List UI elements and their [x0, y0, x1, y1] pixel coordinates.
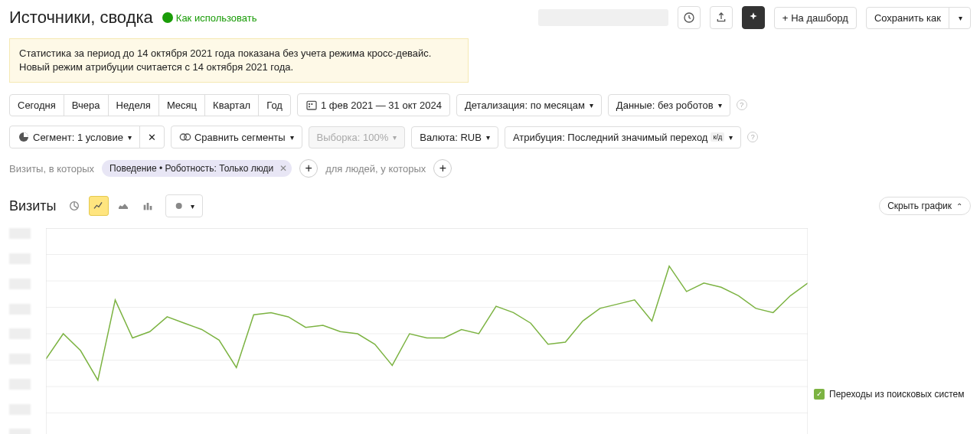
svg-rect-22 [46, 228, 808, 434]
period-week[interactable]: Неделя [108, 94, 159, 116]
period-year[interactable]: Год [258, 94, 291, 116]
add-visit-condition-button[interactable]: + [299, 159, 318, 178]
date-range-button[interactable]: 1 фев 2021 — 31 окт 2024 [297, 93, 450, 116]
svg-rect-3 [311, 103, 312, 105]
legend[interactable]: ✓ Переходы из поисковых систем [814, 228, 964, 434]
svg-rect-4 [309, 106, 310, 108]
help-icon[interactable]: ? [747, 132, 758, 142]
period-month[interactable]: Месяц [158, 94, 205, 116]
svg-rect-9 [143, 205, 145, 210]
page-title: Источники, сводка [9, 8, 153, 28]
data-mode-button[interactable]: Данные: без роботов▾ [608, 94, 730, 116]
compare-button[interactable]: Сравнить сегменты▾ [171, 126, 302, 148]
segment-people-label: для людей, у которых [325, 163, 426, 175]
segment-chip[interactable]: Поведение • Роботность: Только люди✕ [102, 160, 292, 177]
pie-chart-icon[interactable] [64, 196, 84, 216]
segment-button[interactable]: Сегмент: 1 условие▾ [9, 126, 140, 148]
sampling-button: Выборка: 100%▾ [309, 126, 406, 148]
bar-chart-icon[interactable] [138, 196, 158, 216]
help-icon[interactable]: ? [737, 100, 747, 110]
period-group: Сегодня Вчера Неделя Месяц Квартал Год [9, 94, 291, 116]
svg-point-12 [175, 203, 181, 209]
svg-rect-2 [309, 103, 310, 105]
segment-visits-label: Визиты, в которых [9, 163, 94, 175]
svg-rect-11 [149, 206, 152, 210]
add-people-condition-button[interactable]: + [433, 159, 452, 178]
help-link[interactable]: Как использовать [162, 12, 257, 24]
save-as-dropdown[interactable]: ▾ [949, 7, 971, 29]
currency-button[interactable]: Валюта: RUB▾ [411, 126, 498, 148]
svg-rect-1 [307, 102, 316, 110]
attribution-button[interactable]: Атрибуция: Последний значимый переход к/… [505, 126, 741, 148]
share-icon[interactable] [710, 6, 733, 29]
legend-label: Переходы из поисковых систем [829, 389, 964, 400]
chart-options-button[interactable]: ▾ [165, 194, 203, 217]
area-chart-icon[interactable] [113, 196, 133, 216]
save-as-button[interactable]: Сохранить как [866, 7, 949, 29]
ai-icon[interactable] [742, 6, 765, 29]
svg-rect-10 [146, 203, 149, 210]
y-axis [9, 228, 40, 434]
clock-icon[interactable] [678, 6, 701, 29]
svg-point-7 [185, 134, 191, 140]
notice-banner: Статистика за период до 14 октября 2021 … [9, 38, 469, 83]
add-dashboard-button[interactable]: +На дашборд [774, 7, 857, 29]
detail-button[interactable]: Детализация: по месяцам▾ [456, 94, 602, 116]
segment-close-button[interactable]: ✕ [139, 126, 165, 148]
legend-checkbox-icon[interactable]: ✓ [814, 389, 825, 400]
chart-title: Визиты [9, 198, 57, 214]
period-quarter[interactable]: Квартал [204, 94, 259, 116]
search-placeholder [538, 9, 668, 26]
line-chart-icon[interactable] [89, 196, 109, 216]
chip-remove-icon[interactable]: ✕ [279, 163, 287, 174]
hide-chart-button[interactable]: Скрыть график⌃ [879, 197, 971, 215]
period-yesterday[interactable]: Вчера [64, 94, 109, 116]
chart-canvas [46, 228, 808, 434]
period-today[interactable]: Сегодня [9, 94, 64, 116]
